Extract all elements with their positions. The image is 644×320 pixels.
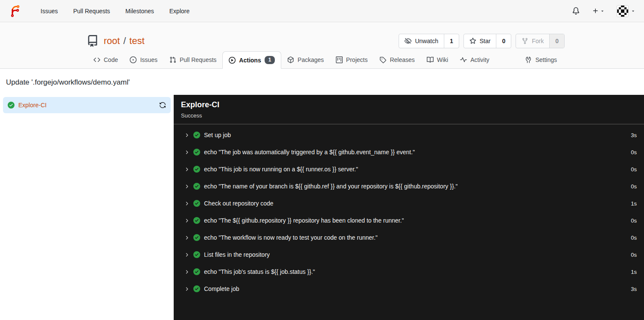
steps-list: Set up job 3s echo "The job was automati… xyxy=(174,124,644,297)
pull-request-icon xyxy=(169,56,176,63)
check-circle-icon xyxy=(193,217,200,224)
check-circle-icon xyxy=(193,268,200,275)
fork-button[interactable]: Fork 0 xyxy=(516,34,565,48)
step-row[interactable]: List files in the repository 0s xyxy=(174,246,644,263)
tab-label: Activity xyxy=(470,56,489,63)
chevron-right-icon xyxy=(184,286,189,292)
check-circle-icon xyxy=(193,234,200,241)
chevron-right-icon xyxy=(184,132,189,138)
caret-down-icon xyxy=(600,9,605,13)
tab-label: Wiki xyxy=(437,56,448,63)
tab-label: Issues xyxy=(140,56,157,63)
forgejo-logo[interactable] xyxy=(9,4,22,18)
step-name: echo "The workflow is now ready to test … xyxy=(204,234,378,241)
tab-releases[interactable]: Releases xyxy=(373,51,420,68)
star-count[interactable]: 0 xyxy=(496,34,511,48)
tab-activity[interactable]: Activity xyxy=(454,51,495,68)
fork-count[interactable]: 0 xyxy=(549,34,564,48)
repo-owner-link[interactable]: root xyxy=(104,35,120,47)
tab-packages[interactable]: Packages xyxy=(281,51,329,68)
book-icon xyxy=(427,56,434,63)
tag-icon xyxy=(379,56,386,63)
chevron-right-icon xyxy=(184,218,189,223)
tools-icon xyxy=(525,56,532,63)
tab-label: Actions xyxy=(239,57,261,64)
tab-issues[interactable]: Issues xyxy=(124,51,163,68)
job-status: Success xyxy=(181,112,637,119)
nav-item-pull-requests[interactable]: Pull Requests xyxy=(65,0,117,22)
plus-icon xyxy=(592,8,599,14)
repo-actions: Unwatch 1 Star 0 Fork 0 xyxy=(399,34,565,48)
nav-item-milestones[interactable]: Milestones xyxy=(118,0,162,22)
user-menu-button[interactable] xyxy=(617,5,635,17)
step-row[interactable]: echo "This job's status is ${{ job.statu… xyxy=(174,263,644,280)
check-circle-icon xyxy=(8,102,15,109)
tab-label: Releases xyxy=(390,56,414,63)
tab-pull-requests[interactable]: Pull Requests xyxy=(163,51,222,68)
tab-actions[interactable]: Actions 1 xyxy=(222,51,281,69)
tab-settings[interactable]: Settings xyxy=(519,51,563,68)
job-item-explore-ci[interactable]: Explore-CI xyxy=(3,97,171,113)
step-row[interactable]: echo "The job was automatically triggere… xyxy=(174,144,644,161)
tab-code[interactable]: Code xyxy=(87,51,124,68)
step-name: Set up job xyxy=(204,132,231,138)
step-name: Complete job xyxy=(204,285,239,292)
tab-wiki[interactable]: Wiki xyxy=(421,51,454,68)
package-icon xyxy=(287,56,294,63)
step-row[interactable]: echo "This job is now running on a ${{ r… xyxy=(174,161,644,178)
notifications-button[interactable] xyxy=(572,7,580,15)
check-circle-icon xyxy=(193,251,200,258)
repo-icon xyxy=(87,35,99,47)
step-duration: 0s xyxy=(631,183,637,190)
step-row[interactable]: Check out repository code 1s xyxy=(174,195,644,212)
eye-slash-icon xyxy=(405,38,411,44)
check-circle-icon xyxy=(193,166,200,173)
nav-item-issues[interactable]: Issues xyxy=(33,0,65,22)
step-duration: 3s xyxy=(631,132,637,138)
main-content: Update '.forgejo/workflows/demo.yaml' Ex… xyxy=(0,69,644,320)
tab-label: Projects xyxy=(346,56,368,63)
navbar-right xyxy=(572,5,635,17)
step-duration: 0s xyxy=(631,235,637,241)
step-duration: 0s xyxy=(631,252,637,258)
unwatch-button[interactable]: Unwatch 1 xyxy=(399,34,459,48)
repo-separator: / xyxy=(123,35,126,47)
chevron-right-icon xyxy=(184,201,189,206)
chevron-right-icon xyxy=(184,269,189,275)
step-duration: 0s xyxy=(631,149,637,156)
nav-item-explore[interactable]: Explore xyxy=(162,0,197,22)
chevron-right-icon xyxy=(184,167,189,172)
fork-icon xyxy=(522,38,528,44)
step-duration: 1s xyxy=(631,200,637,207)
watch-count[interactable]: 1 xyxy=(444,34,459,48)
step-name: echo "The ${{ github.repository }} repos… xyxy=(204,217,404,224)
create-new-button[interactable] xyxy=(592,8,605,14)
chevron-right-icon xyxy=(184,252,189,258)
repo-name-link[interactable]: test xyxy=(129,35,144,47)
star-button[interactable]: Star 0 xyxy=(463,34,511,48)
project-icon xyxy=(336,56,343,63)
job-item-label: Explore-CI xyxy=(18,102,47,109)
step-row[interactable]: Complete job 3s xyxy=(174,280,644,297)
step-row[interactable]: echo "The ${{ github.repository }} repos… xyxy=(174,212,644,229)
step-duration: 3s xyxy=(631,286,637,292)
repo-breadcrumb: root / test xyxy=(104,35,145,47)
check-circle-icon xyxy=(193,183,200,190)
chevron-right-icon xyxy=(184,150,189,155)
fork-label: Fork xyxy=(532,38,544,44)
step-duration: 0s xyxy=(631,217,637,224)
step-row[interactable]: echo "The workflow is now ready to test … xyxy=(174,229,644,246)
repo-header: root / test Unwatch 1 xyxy=(0,22,644,69)
tab-label: Pull Requests xyxy=(180,56,216,63)
page-title: Update '.forgejo/workflows/demo.yaml' xyxy=(0,69,644,95)
refresh-icon[interactable] xyxy=(159,102,166,109)
actions-count-badge: 1 xyxy=(265,56,275,64)
code-icon xyxy=(93,56,100,63)
check-circle-icon xyxy=(193,149,200,156)
step-name: echo "This job's status is ${{ job.statu… xyxy=(204,268,315,275)
step-row[interactable]: echo "The name of your branch is ${{ git… xyxy=(174,178,644,195)
caret-down-icon xyxy=(631,9,635,13)
step-row[interactable]: Set up job 3s xyxy=(174,126,644,144)
check-circle-icon xyxy=(193,285,200,292)
tab-projects[interactable]: Projects xyxy=(330,51,374,68)
